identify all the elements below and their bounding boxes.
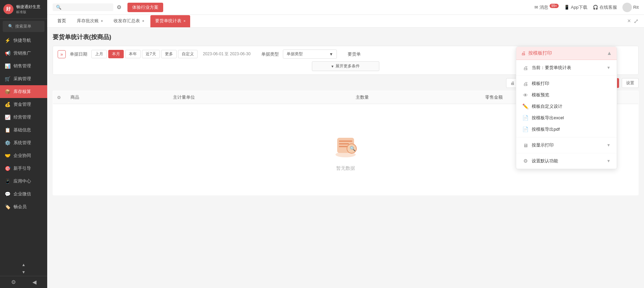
customer-service-label: 在线客服 [599,4,617,10]
tab-home[interactable]: 首页 [53,15,71,27]
date-btn-last-month[interactable]: 上月 [91,50,107,58]
sidebar-item-purchase[interactable]: 🛒 采购管理 [0,72,47,85]
display-print-label: 按显示打印 [532,142,554,148]
message-button[interactable]: ✉ 消息 99+ [534,4,559,10]
template-print-icon: 🖨 [522,81,528,87]
tab-summary[interactable]: 收发存汇总表 × [109,15,149,27]
topbar-right: ✉ 消息 99+ 📱 App下载 🎧 在线客服 Rit [534,3,639,12]
dropdown-item-export-pdf[interactable]: 📄 按模板导出pdf [516,124,617,135]
date-btn-custom[interactable]: 自定义 [178,50,198,58]
sidebar-scroll-up[interactable]: ▲ [0,261,47,268]
expand-icon: » [60,52,63,57]
topbar: 🔍 ⚙ 体验行业方案 ✉ 消息 99+ 📱 App下载 🎧 在线客服 R [47,0,644,15]
sidebar-item-system[interactable]: ⚙️ 系统管理 [0,136,47,149]
sidebar-item-marketing[interactable]: 📢 营销推广 [0,47,47,60]
type-select-chevron: ▼ [329,52,333,57]
dropdown-items-section: 🖨 模板打印 👁 模板预览 ✏️ 模板自定义设计 📄 按模板导出excel 📄 … [516,76,617,137]
marketing-icon: 📢 [4,51,11,56]
filter-expand-button[interactable]: » [58,50,66,58]
panel-maximize-button[interactable]: ⤢ [634,18,639,25]
app-download-button[interactable]: 📱 App下载 [564,4,587,10]
dropdown-item-template-custom[interactable]: ✏️ 模板自定义设计 [516,101,617,112]
dropdown-default-func[interactable]: ⚙ 设置默认功能 ▼ [516,155,617,167]
sidebar-item-finance[interactable]: 💰 资金管理 [0,98,47,111]
sidebar-item-inventory[interactable]: 📦 库存核算 [0,85,47,98]
col-unit: 主计量单位 [169,91,352,104]
trial-button[interactable]: 体验行业方案 [127,3,163,12]
sidebar-item-label: 新手引导 [13,165,31,171]
date-btn-more[interactable]: 更多 [161,50,177,58]
sidebar-item-quick-nav[interactable]: ⚡ 快捷导航 [0,34,47,47]
print-dropdown-title-area: 🖨 按模板打印 [521,50,552,56]
tab-order-stats[interactable]: 要货单统计表 × [150,15,190,27]
purchase-icon: 🛒 [4,76,11,82]
tab-order-stats-label: 要货单统计表 [155,18,181,24]
dropdown-item-template-print[interactable]: 🖨 模板打印 [516,78,617,89]
sidebar-item-label: 资金管理 [13,101,31,107]
template-preview-icon: 👁 [522,92,528,98]
date-btn-7days[interactable]: 近7天 [142,50,160,58]
tab-inventory-batch-close[interactable]: × [101,19,103,23]
inventory-icon: 📦 [4,89,11,94]
sidebar-scroll-down[interactable]: ▼ [0,268,47,276]
username-label: Rit [633,5,639,10]
dropdown-display-print[interactable]: 🖥 按显示打印 ▼ [516,139,617,151]
date-btn-this-month[interactable]: 本月 [108,50,124,58]
type-select-placeholder: 单据类型 [287,51,303,57]
topbar-search-box[interactable]: 🔍 [53,3,113,11]
scroll-up-icon: ▲ [22,262,26,267]
settings-button[interactable]: 设置 [622,78,639,88]
sidebar-item-operation[interactable]: 📈 经营管理 [0,111,47,124]
sidebar-settings-btn[interactable]: ⚙ [11,279,16,285]
topbar-search-input[interactable] [61,5,109,10]
avatar-image [622,3,632,12]
type-filter-select[interactable]: 单据类型 ▼ [283,50,337,59]
sidebar-bottom-bar: ⚙ ◀ [0,276,47,288]
sidebar-search[interactable]: 🔍 搜索菜单 [3,21,45,32]
search-icon: 🔍 [8,24,13,29]
dropdown-current-label: 当前：要货单统计表 [532,65,571,71]
print-dropdown-panel: 🖨 按模板打印 ▲ 🖨 当前：要货单统计表 ▼ 🖨 模板打印 👁 模板预览 ✏️… [516,46,617,169]
user-avatar[interactable]: Rit [622,3,639,12]
export-pdf-icon: 📄 [522,126,528,132]
col-product: 商品 [66,91,169,104]
table-column-settings-icon[interactable]: ⚙ [57,95,61,100]
tab-inventory-batch[interactable]: 库存批次账 × [72,15,108,27]
print-dropdown-close-button[interactable]: ▲ [607,50,612,56]
tab-order-stats-close[interactable]: × [183,19,185,23]
dropdown-display-section: 🖥 按显示打印 ▼ [516,137,617,153]
dropdown-default-chevron: ▼ [607,159,611,163]
sidebar-item-label: 经营管理 [13,114,31,120]
customer-service-button[interactable]: 🎧 在线客服 [593,4,617,10]
sidebar-item-guide[interactable]: 🎯 新手引导 [0,162,47,175]
dropdown-item-template-preview[interactable]: 👁 模板预览 [516,89,617,101]
sidebar-logo: 好 畅捷通好生意 标准版 [0,0,47,19]
date-btn-this-year[interactable]: 本年 [125,50,141,58]
dropdown-current-item[interactable]: 🖨 当前：要货单统计表 ▼ [516,62,617,73]
sidebar-item-label: 库存核算 [13,89,31,95]
panel-close-button[interactable]: × [627,18,631,25]
sidebar-item-member[interactable]: 🏷️ 畅会员 [0,200,47,213]
sidebar-item-cooperation[interactable]: 🤝 企业协同 [0,149,47,162]
member-icon: 🏷️ [4,204,11,210]
sidebar: 好 畅捷通好生意 标准版 🔍 搜索菜单 ⚡ 快捷导航 📢 营销推广 📊 销售管理… [0,0,47,288]
sidebar-item-apps[interactable]: 📱 应用中心 [0,175,47,188]
tab-summary-close[interactable]: × [142,19,144,23]
sidebar-item-sales[interactable]: 📊 销售管理 [0,60,47,72]
dropdown-item-export-excel[interactable]: 📄 按模板导出excel [516,112,617,124]
topbar-settings-icon[interactable]: ⚙ [117,4,121,10]
app-logo-text: 畅捷通好生意 标准版 [16,4,40,14]
sidebar-item-wechat[interactable]: 💬 企业微信 [0,188,47,200]
wechat-icon: 💬 [4,191,11,197]
expand-more-button[interactable]: ▾ 展开更多条件 [312,61,379,71]
sidebar-collapse-btn[interactable]: ◀ [32,279,36,285]
sidebar-item-basic[interactable]: 📋 基础信息 [0,124,47,136]
app-download-label: App下载 [571,4,587,10]
sidebar-item-label: 营销推广 [13,50,31,56]
sidebar-item-label: 应用中心 [13,178,31,184]
sidebar-navigation: ⚡ 快捷导航 📢 营销推广 📊 销售管理 🛒 采购管理 📦 库存核算 💰 资金管… [0,34,47,261]
template-print-label: 模板打印 [532,81,549,87]
expand-more-label: 展开更多条件 [335,63,360,69]
type-filter-label: 单据类型 [261,51,279,57]
date-range-display: 2023-06-01 至 2023-06-30 [203,51,251,57]
